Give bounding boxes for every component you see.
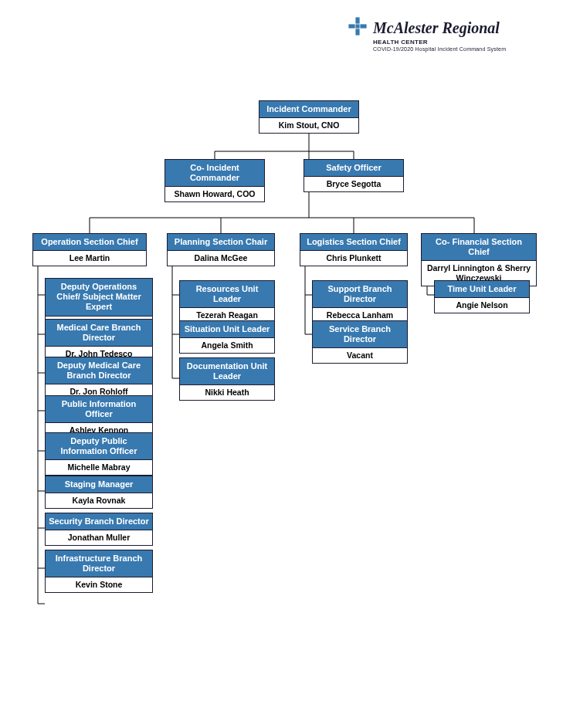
role-title: Incident Commander xyxy=(259,101,358,118)
org-box-time-unit: Time Unit Leader Angie Nelson xyxy=(434,280,530,313)
hospital-system-line: COVID-19/2020 Hospital Incident Command … xyxy=(373,46,548,52)
role-name: Kevin Stone xyxy=(46,577,152,592)
role-title: Staging Manager xyxy=(46,476,152,493)
org-box-deputy-medical-care: Deputy Medical Care Branch Director Dr. … xyxy=(45,357,153,400)
role-name: Kayla Rovnak xyxy=(46,493,152,508)
hospital-subtitle: HEALTH CENTER xyxy=(373,39,548,46)
role-title: Co- Incident Commander xyxy=(165,160,264,187)
org-box-support-branch: Support Branch Director Rebecca Lanham xyxy=(312,280,408,323)
role-title: Medical Care Branch Director xyxy=(46,320,152,347)
role-title: Support Branch Director xyxy=(313,281,407,308)
role-title: Documentation Unit Leader xyxy=(180,358,274,385)
role-title: Public Information Officer xyxy=(46,396,152,423)
org-box-resources-unit: Resources Unit Leader Tezerah Reagan xyxy=(179,280,275,323)
org-box-infrastructure-director: Infrastructure Branch Director Kevin Sto… xyxy=(45,550,153,593)
role-name: Chris Plunkett xyxy=(300,251,407,266)
role-title: Situation Unit Leader xyxy=(180,321,274,338)
org-box-incident-commander: Incident Commander Kim Stout, CNO xyxy=(259,100,359,134)
role-title: Operation Section Chief xyxy=(33,234,146,251)
role-name: Dalina McGee xyxy=(168,251,274,266)
svg-rect-1 xyxy=(348,24,367,29)
org-box-planning-chair: Planning Section Chair Dalina McGee xyxy=(167,233,275,266)
org-box-staging-manager: Staging Manager Kayla Rovnak xyxy=(45,476,153,509)
role-title: Planning Section Chair xyxy=(168,234,274,251)
role-title: Security Branch Director xyxy=(46,513,152,530)
role-title: Deputy Medical Care Branch Director xyxy=(46,357,152,384)
role-name: Shawn Howard, COO xyxy=(165,187,264,201)
role-title: Deputy Public Information Officer xyxy=(46,433,152,460)
role-name: Kim Stout, CNO xyxy=(259,118,358,133)
role-title: Time Unit Leader xyxy=(435,281,529,298)
role-title: Infrastructure Branch Director xyxy=(46,550,152,577)
org-box-deputy-pio: Deputy Public Information Officer Michel… xyxy=(45,432,153,476)
role-name: Angie Nelson xyxy=(435,298,529,313)
role-name: Nikki Heath xyxy=(180,385,274,400)
hospital-name: McAlester Regional xyxy=(373,19,500,37)
role-title: Resources Unit Leader xyxy=(180,281,274,308)
cross-icon xyxy=(347,15,368,40)
role-title: Co- Financial Section Chief xyxy=(422,234,536,261)
role-title: Deputy Operations Chief/ Subject Matter … xyxy=(46,279,152,317)
role-name: Vacant xyxy=(313,348,407,363)
org-box-situation-unit: Situation Unit Leader Angela Smith xyxy=(179,320,275,354)
org-box-medical-care-director: Medical Care Branch Director Dr. John Te… xyxy=(45,319,153,362)
role-name: Bryce Segotta xyxy=(304,177,403,191)
role-name: Michelle Mabray xyxy=(46,460,152,475)
org-box-documentation-unit: Documentation Unit Leader Nikki Heath xyxy=(179,357,275,401)
hospital-logo-block: McAlester Regional HEALTH CENTER COVID-1… xyxy=(347,15,548,52)
role-name: Lee Martin xyxy=(33,251,146,266)
role-name: Angela Smith xyxy=(180,338,274,353)
org-box-security-director: Security Branch Director Jonathan Muller xyxy=(45,513,153,546)
org-box-service-branch: Service Branch Director Vacant xyxy=(312,320,408,364)
org-box-safety-officer: Safety Officer Bryce Segotta xyxy=(304,159,404,192)
role-title: Safety Officer xyxy=(304,160,403,177)
role-title: Logistics Section Chief xyxy=(300,234,407,251)
org-box-logistics-chief: Logistics Section Chief Chris Plunkett xyxy=(300,233,408,266)
org-box-co-commander: Co- Incident Commander Shawn Howard, COO xyxy=(164,159,265,202)
role-name: Jonathan Muller xyxy=(46,530,152,545)
role-title: Service Branch Director xyxy=(313,321,407,348)
org-box-operations-chief: Operation Section Chief Lee Martin xyxy=(32,233,147,266)
org-box-financial-chief: Co- Financial Section Chief Darryl Linni… xyxy=(421,233,537,286)
